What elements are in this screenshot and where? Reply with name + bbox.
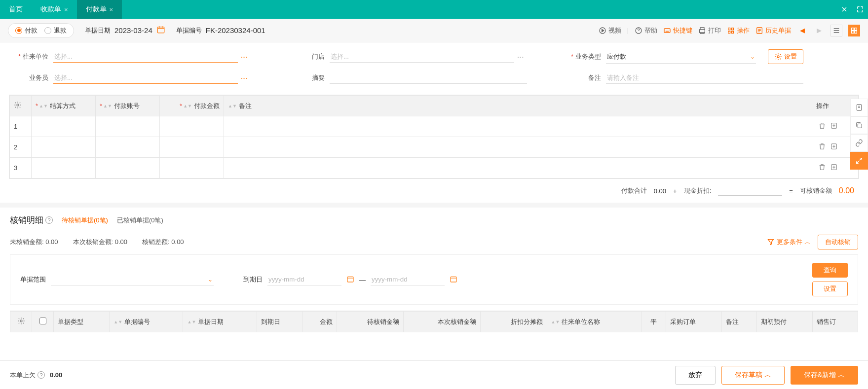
col-docno[interactable]: ▲▼单据编号 xyxy=(110,312,183,332)
add-row-icon[interactable] xyxy=(830,165,838,173)
stat-diff: 核销差额: 0.00 xyxy=(142,238,184,247)
calendar-icon[interactable] xyxy=(346,275,354,284)
col-thiswrite[interactable]: 本次核销金额 xyxy=(403,312,480,332)
video-link[interactable]: 视频 xyxy=(599,26,621,35)
add-row-icon[interactable] xyxy=(830,124,838,131)
rail-draft-icon[interactable] xyxy=(850,99,868,116)
help-icon[interactable]: ? xyxy=(38,371,45,379)
writeoff-table: 单据类型 ▲▼单据编号 ▲▼单据日期 到期日 金额 待核销金额 本次核销金额 折… xyxy=(10,311,858,332)
close-app-icon[interactable] xyxy=(836,0,852,19)
summary-input[interactable] xyxy=(330,72,527,84)
biztype-label: 业务类型 xyxy=(562,52,606,61)
operate-link[interactable]: 操作 xyxy=(727,26,750,35)
unit-input[interactable] xyxy=(53,51,238,63)
col-duedate[interactable]: 到期日 xyxy=(257,312,302,332)
auto-writeoff-button[interactable]: 自动核销 xyxy=(818,235,858,249)
settings-button[interactable]: 设置 xyxy=(768,49,803,64)
col-so[interactable]: 销售订 xyxy=(812,312,858,332)
shortcut-link[interactable]: 快捷键 xyxy=(663,26,692,35)
store-picker-icon[interactable]: ··· xyxy=(514,53,527,61)
save-new-button[interactable]: 保存&新增︿ xyxy=(791,366,858,385)
table-row[interactable]: 2 xyxy=(10,137,859,158)
col-doctype[interactable]: 单据类型 xyxy=(54,312,110,332)
svg-rect-5 xyxy=(731,28,733,30)
next-doc-icon[interactable]: ▶ xyxy=(814,25,825,36)
query-settings-button[interactable]: 设置 xyxy=(812,282,848,296)
col-settle[interactable]: ▲▼结算方式 xyxy=(32,96,96,116)
col-remark[interactable]: ▲▼备注 xyxy=(224,96,812,116)
tab-payment[interactable]: 付款单× xyxy=(77,0,122,19)
range-select[interactable]: ⌄ xyxy=(51,274,214,285)
col-po[interactable]: 采购订单 xyxy=(666,312,721,332)
tab-done[interactable]: 已核销单据(0笔) xyxy=(117,216,163,225)
tab-home[interactable]: 首页 xyxy=(0,0,32,19)
gear-column[interactable] xyxy=(10,96,32,116)
radio-refund[interactable]: 退款 xyxy=(44,26,67,35)
sales-input[interactable] xyxy=(53,72,238,84)
discard-button[interactable]: 放弃 xyxy=(675,366,716,385)
select-all-checkbox[interactable] xyxy=(32,312,54,332)
col-account[interactable]: ▲▼付款账号 xyxy=(96,96,160,116)
date-value[interactable]: 2023-03-24 xyxy=(114,26,152,35)
due-from-input[interactable] xyxy=(267,274,341,285)
table-row[interactable]: 1 xyxy=(10,116,859,137)
more-conditions[interactable]: 更多条件︿ xyxy=(767,238,811,247)
payment-lines-table: ▲▼结算方式 ▲▼付款账号 ▲▼付款金额 ▲▼备注 操作 123 xyxy=(9,95,859,179)
svg-point-20 xyxy=(20,320,22,322)
svg-rect-10 xyxy=(855,28,857,30)
svg-rect-9 xyxy=(852,28,854,30)
calendar-icon[interactable] xyxy=(156,25,165,35)
tab-pending[interactable]: 待核销单据(0笔) xyxy=(62,216,108,225)
table-row[interactable]: 3 xyxy=(10,158,859,178)
row-index: 2 xyxy=(10,137,32,158)
gear-column[interactable] xyxy=(10,312,32,332)
store-input[interactable] xyxy=(330,51,514,63)
col-remark2[interactable]: 备注 xyxy=(722,312,757,332)
save-draft-button[interactable]: 保存草稿︿ xyxy=(721,366,785,385)
radio-refund-label: 退款 xyxy=(54,26,67,35)
sales-picker-icon[interactable]: ··· xyxy=(238,74,251,82)
col-amount[interactable]: ▲▼付款金额 xyxy=(160,96,224,116)
form-block: 往来单位 ··· 门店 ··· 业务类型 应付款 ⌄ 设置 业务员 xyxy=(0,42,868,95)
col-amount2[interactable]: 金额 xyxy=(302,312,337,332)
delete-row-icon[interactable] xyxy=(818,124,826,131)
chevron-up-icon: ︿ xyxy=(764,371,771,380)
due-to-input[interactable] xyxy=(371,274,445,285)
help-icon[interactable]: ? xyxy=(45,216,53,224)
delete-row-icon[interactable] xyxy=(818,165,826,173)
rail-copy-icon[interactable] xyxy=(850,116,868,134)
col-prepay[interactable]: 期初预付 xyxy=(756,312,812,332)
shortcut-label: 快捷键 xyxy=(673,26,692,35)
search-button[interactable]: 查询 xyxy=(812,263,848,278)
radio-pay[interactable]: 付款 xyxy=(15,26,38,35)
fullscreen-icon[interactable] xyxy=(852,0,868,19)
discount-input[interactable] xyxy=(718,186,782,196)
rail-expand-icon[interactable] xyxy=(850,152,868,170)
owed-label: 本单上欠? xyxy=(10,371,45,380)
remark-input[interactable] xyxy=(606,72,803,84)
rail-link-icon[interactable] xyxy=(850,134,868,152)
col-docdate[interactable]: ▲▼单据日期 xyxy=(183,312,257,332)
col-unitname[interactable]: ▲▼往来单位名称 xyxy=(547,312,642,332)
help-link[interactable]: 帮助 xyxy=(635,26,657,35)
calendar-icon[interactable] xyxy=(450,275,457,284)
grid-view-icon[interactable] xyxy=(848,25,860,36)
video-label: 视频 xyxy=(608,26,621,35)
history-link[interactable]: 历史单据 xyxy=(755,26,791,35)
tab-receipt[interactable]: 收款单× xyxy=(32,0,77,19)
close-icon[interactable]: × xyxy=(110,6,113,13)
unit-picker-icon[interactable]: ··· xyxy=(238,53,251,61)
list-view-icon[interactable] xyxy=(830,25,842,36)
col-pending[interactable]: 待核销金额 xyxy=(337,312,404,332)
col-discshare[interactable]: 折扣分摊额 xyxy=(480,312,547,332)
close-icon[interactable]: × xyxy=(64,6,68,13)
row-index: 3 xyxy=(10,158,32,178)
add-row-icon[interactable] xyxy=(830,144,838,152)
operate-label: 操作 xyxy=(737,26,750,35)
biztype-select[interactable]: 应付款 ⌄ xyxy=(606,50,756,64)
prev-doc-icon[interactable]: ◀ xyxy=(797,25,808,36)
print-link[interactable]: 打印 xyxy=(698,26,721,35)
col-ping[interactable]: 平 xyxy=(642,312,666,332)
delete-row-icon[interactable] xyxy=(818,144,826,152)
sum-value: 0.00 xyxy=(654,187,666,195)
